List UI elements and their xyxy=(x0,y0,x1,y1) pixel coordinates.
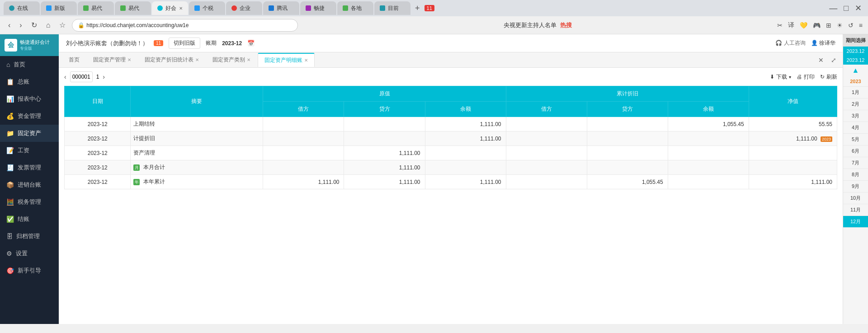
tab-home[interactable]: 首页 xyxy=(62,53,86,66)
sidebar-item-close[interactable]: ✅ 结账 xyxy=(0,211,59,228)
period-item-5[interactable]: 5月 xyxy=(843,134,868,145)
page-num-input[interactable] xyxy=(70,71,93,82)
back-button[interactable]: ‹ xyxy=(5,19,13,31)
period-item-6[interactable]: 6月 xyxy=(843,145,868,157)
switch-version-button[interactable]: 切到旧版 xyxy=(169,38,200,49)
period-item-2[interactable]: 2月 xyxy=(843,98,868,110)
browser-tab-haokuai[interactable]: 好会 ✕ xyxy=(152,1,188,15)
th-acc-debit: 借方 xyxy=(506,102,587,117)
sidebar-item-invoice[interactable]: 🧾 发票管理 xyxy=(0,159,59,176)
payroll-icon: 📝 xyxy=(6,147,14,154)
tab-fixed-mgmt-close[interactable]: ✕ xyxy=(127,57,131,62)
header-bar: 刘小艳演示账套（勿删勿动！） 11 切到旧版 账期 2023-12 📅 🎧 人工… xyxy=(59,34,843,52)
scissors-icon[interactable]: ✂ xyxy=(777,22,783,29)
sidebar-item-guide[interactable]: 🎯 新手引导 xyxy=(0,262,59,279)
period-item-9[interactable]: 9月 xyxy=(843,181,868,192)
sidebar-item-archive[interactable]: 🗄 归档管理 xyxy=(0,228,59,245)
tab-fixed-assets-mgmt[interactable]: 固定资产管理 ✕ xyxy=(87,53,137,66)
address-bar[interactable]: 🔒 https://cloud.chanjet.com/accounting/u… xyxy=(72,19,298,32)
browser-tab-new[interactable]: 新版 xyxy=(41,1,77,15)
sidebar-item-settings[interactable]: ⚙ 设置 xyxy=(0,245,59,262)
sidebar-item-tax[interactable]: 🧮 税务管理 xyxy=(0,193,59,211)
tab-asset-cat-close[interactable]: ✕ xyxy=(247,57,250,62)
sidebar-item-reports[interactable]: 📊 报表中心 xyxy=(0,90,59,108)
year-total-icon: 年 xyxy=(133,179,140,185)
print-button[interactable]: 🖨 打印 xyxy=(797,73,815,81)
browser-tab-muqian[interactable]: 目前 xyxy=(374,1,410,15)
forward-button[interactable]: › xyxy=(17,19,24,31)
wallet-icon[interactable]: 💛 xyxy=(800,22,807,29)
year-badge: 2023 xyxy=(821,136,832,142)
period-item-3[interactable]: 3月 xyxy=(843,110,868,122)
cell-acc-debit-5 xyxy=(506,175,587,189)
period-item-10[interactable]: 10月 xyxy=(843,192,868,204)
tab-dep-stats-label: 固定资产折旧统计表 xyxy=(145,56,193,64)
translate-icon[interactable]: 译 xyxy=(788,21,794,29)
close-window-button[interactable]: ✕ xyxy=(852,3,864,13)
browser-tab-changjie[interactable]: 畅捷 xyxy=(300,1,336,15)
tax-icon: 🧮 xyxy=(6,198,14,206)
maximize-button[interactable]: □ xyxy=(841,4,851,13)
close-period-icon: ✅ xyxy=(6,216,14,223)
period-item-1[interactable]: 1月 xyxy=(843,87,868,98)
browser-tab-qiye[interactable]: 企业 xyxy=(226,1,262,15)
close-tab-button[interactable]: ✕ xyxy=(816,56,826,65)
refresh-button[interactable]: ↻ 刷新 xyxy=(820,73,837,81)
browser-tab-yidai1[interactable]: 易代 xyxy=(78,1,114,15)
period-selected-top[interactable]: 2023.12 xyxy=(843,47,868,56)
tab-asset-detail-ledger[interactable]: 固定资产明细账 ✕ xyxy=(258,53,315,67)
cell-orig-debit-1 xyxy=(263,117,344,131)
sidebar-item-ledger[interactable]: 📋 总账 xyxy=(0,73,59,90)
tab-dep-stats-close[interactable]: ✕ xyxy=(195,57,199,62)
search-text: 央视更新主持人名单 xyxy=(504,21,557,29)
browser-tab-tencent[interactable]: 腾讯 xyxy=(263,1,299,15)
bookmark-button[interactable]: ☆ xyxy=(57,19,68,31)
reload-button[interactable]: ↻ xyxy=(28,19,40,31)
sidebar-item-purchase[interactable]: 📦 进销台账 xyxy=(0,176,59,193)
service-btn[interactable]: 🎧 人工咨询 xyxy=(775,39,805,47)
minimize-button[interactable]: — xyxy=(826,4,840,13)
maximize-tab-button[interactable]: ⤢ xyxy=(828,56,839,65)
gamepad-icon[interactable]: 🎮 xyxy=(813,22,821,29)
th-acc-dep: 累计折旧 xyxy=(506,86,749,102)
sidebar: 会 畅捷通好会计 专业版 ⌂ 首页 📋 总账 📊 报表中心 💰 资金管理 📁 固… xyxy=(0,34,59,324)
sidebar-item-payroll[interactable]: 📝 工资 xyxy=(0,142,59,159)
period-item-4[interactable]: 4月 xyxy=(843,122,868,134)
home-button[interactable]: ⌂ xyxy=(43,19,53,31)
sidebar-item-funds[interactable]: 💰 资金管理 xyxy=(0,108,59,125)
browser-tab-yidai2[interactable]: 易代 xyxy=(115,1,151,15)
sidebar-item-fixed-assets[interactable]: 📁 固定资产 xyxy=(0,125,59,142)
period-item-8[interactable]: 8月 xyxy=(843,169,868,181)
browser-tab-geshui[interactable]: 个税 xyxy=(189,1,225,15)
tab-count-badge: 11 xyxy=(425,5,434,11)
scroll-up-button[interactable]: ▲ xyxy=(843,65,868,76)
download-button[interactable]: ⬇ 下载 ▾ xyxy=(770,73,791,81)
tab-asset-detail-close[interactable]: ✕ xyxy=(304,58,308,63)
period-item-7[interactable]: 7月 xyxy=(843,157,868,169)
calendar-icon[interactable]: 📅 xyxy=(247,40,255,47)
period-item-year[interactable]: 2023 xyxy=(843,76,868,87)
browser-tab-online[interactable]: 在线 xyxy=(4,1,40,15)
tab-asset-category[interactable]: 固定资产类别 ✕ xyxy=(206,53,257,66)
cell-acc-debit-4 xyxy=(506,160,587,175)
tab-close-icon[interactable]: ✕ xyxy=(179,6,183,11)
grid-icon[interactable]: ⊞ xyxy=(826,22,831,29)
period-item-12[interactable]: 12月 xyxy=(843,216,868,228)
cell-orig-credit-1 xyxy=(344,117,425,131)
content-area: ‹ 1 › ⬇ 下载 ▾ 🖨 打印 ↻ xyxy=(59,68,843,324)
user-btn[interactable]: 👤 徐译华 xyxy=(811,39,835,47)
new-tab-button[interactable]: + xyxy=(411,4,424,13)
browser-tab-gedi[interactable]: 各地 xyxy=(337,1,373,15)
brightness-icon[interactable]: ☀ xyxy=(837,22,843,29)
page-separator: 1 xyxy=(96,74,99,80)
period-selected-second[interactable]: 2023.12 xyxy=(843,56,868,65)
menu-icon[interactable]: ≡ xyxy=(859,22,863,29)
tab-depreciation-stats[interactable]: 固定资产折旧统计表 ✕ xyxy=(138,53,205,66)
period-item-11[interactable]: 11月 xyxy=(843,204,868,216)
next-page-button[interactable]: › xyxy=(103,73,105,80)
sidebar-tax-label: 税务管理 xyxy=(18,198,41,206)
prev-page-button[interactable]: ‹ xyxy=(64,73,66,80)
undo-icon[interactable]: ↺ xyxy=(848,22,854,29)
download-icon: ⬇ xyxy=(770,74,774,80)
sidebar-item-home[interactable]: ⌂ 首页 xyxy=(0,56,59,73)
